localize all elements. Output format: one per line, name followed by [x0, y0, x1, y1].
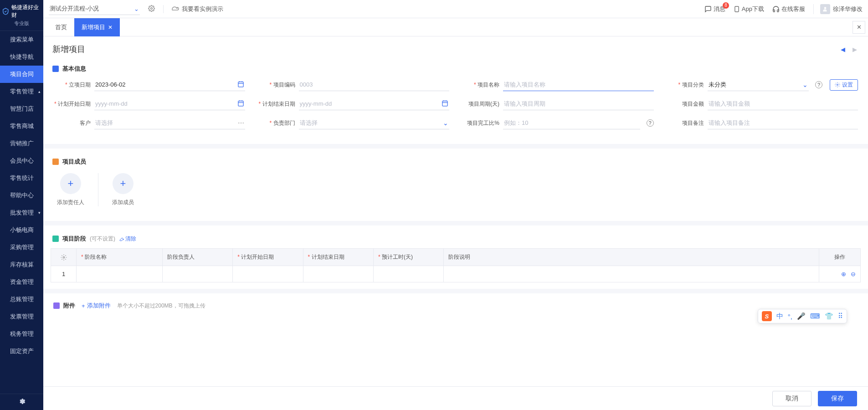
sidebar-item[interactable]: 零售统计 [0, 169, 43, 187]
field-input[interactable] [299, 97, 450, 110]
page-footer: 取消 保存 [43, 386, 868, 410]
demo-link[interactable]: 我要看实例演示 [172, 5, 223, 13]
field-input[interactable] [299, 117, 450, 129]
sidebar-item[interactable]: 发票管理 [0, 308, 43, 325]
expand-arrow-icon: ▾ [38, 210, 41, 215]
form-field: 计划开始日期 [53, 97, 245, 110]
form-field: 项目周期(天) [462, 97, 654, 110]
page-body: 新增项目 ◀ ▶ 基本信息 立项日期项目编码项目名称项目分类⌄?设置计划开始日期… [43, 36, 868, 410]
sogou-logo-icon: S [762, 311, 772, 321]
svg-point-8 [837, 84, 838, 86]
messages-badge: 8 [723, 2, 729, 9]
svg-point-17 [63, 256, 65, 258]
add-owner-label: 添加责任人 [57, 199, 84, 206]
field-input[interactable] [708, 97, 858, 110]
brand-logo: 畅捷通好业财 [0, 0, 43, 20]
app-download-button[interactable]: App下载 [734, 5, 764, 13]
table-settings-icon[interactable] [51, 249, 77, 266]
help-icon[interactable]: ? [815, 81, 822, 88]
prev-record[interactable]: ◀ [839, 45, 847, 53]
field-label: 项目周期(天) [462, 100, 499, 108]
ime-mic-icon[interactable]: 🎤 [797, 312, 806, 320]
close-all-tabs[interactable]: ✕ [853, 21, 865, 34]
sidebar-nav: 搜索菜单快捷导航项目合同零售管理▴智慧门店零售商城营销推广会员中心零售统计帮助中… [0, 31, 43, 394]
add-attachment-button[interactable]: + 添加附件 [82, 302, 111, 310]
ime-skin-icon[interactable]: 👕 [825, 312, 833, 320]
field-input[interactable] [94, 117, 245, 129]
save-button[interactable]: 保存 [818, 391, 857, 406]
sidebar-item[interactable]: 税务管理 [0, 325, 43, 343]
org-selector[interactable]: 测试分开流程-小况 ⌄ [49, 3, 140, 15]
sidebar-item[interactable]: 小畅电商 [0, 221, 43, 239]
sidebar-item[interactable]: 采购管理 [0, 239, 43, 256]
sidebar-item[interactable]: 资金管理 [0, 273, 43, 291]
form-field: 立项日期 [53, 78, 245, 91]
svg-rect-1 [735, 6, 739, 12]
help-icon[interactable]: ? [647, 119, 654, 127]
tab[interactable]: 新增项目✕ [74, 18, 120, 36]
field-input[interactable] [94, 78, 245, 91]
sidebar-item[interactable]: 总账管理 [0, 291, 43, 308]
tab[interactable]: 首页 [48, 18, 74, 36]
customer-service-button[interactable]: 在线客服 [772, 5, 805, 13]
row-delete-icon[interactable]: ⊖ [851, 271, 856, 277]
field-label: 项目名称 [462, 81, 499, 89]
sidebar-settings[interactable] [0, 394, 43, 410]
tab-bar: 首页新增项目✕✕ [43, 18, 868, 36]
form-field: 项目分类⌄?设置 [667, 78, 858, 91]
sidebar-item[interactable]: 零售商城 [0, 118, 43, 135]
messages-button[interactable]: 消息 8 [704, 5, 725, 13]
table-cell[interactable] [77, 266, 163, 282]
clear-stages-button[interactable]: 清除 [119, 235, 136, 243]
section-icon [52, 66, 59, 72]
topbar: 测试分开流程-小况 ⌄ 我要看实例演示 消息 8 App下载 [43, 0, 868, 18]
sidebar-item[interactable]: 库存核算 [0, 256, 43, 273]
field-input[interactable] [708, 117, 858, 129]
form-field: 负责部门⌄ [258, 117, 450, 129]
add-owner-button[interactable]: + [60, 173, 81, 194]
sidebar-item[interactable]: 营销推广 [0, 135, 43, 152]
row-add-icon[interactable]: ⊕ [841, 271, 846, 277]
row-index: 1 [51, 266, 77, 282]
sidebar-item[interactable]: 智慧门店 [0, 100, 43, 118]
sidebar-item[interactable]: 零售管理▴ [0, 83, 43, 100]
table-cell[interactable] [303, 266, 374, 282]
sidebar-item[interactable]: 搜索菜单 [0, 31, 43, 48]
ime-toolbar[interactable]: S 中 °, 🎤 ⌨ 👕 ⠿ [758, 309, 847, 323]
table-cell[interactable] [233, 266, 303, 282]
sidebar-item[interactable]: 快捷导航 [0, 48, 43, 66]
section-icon [52, 159, 59, 165]
close-tab-icon[interactable]: ✕ [108, 24, 113, 31]
field-input[interactable] [708, 78, 809, 91]
svg-point-3 [824, 7, 827, 9]
field-input[interactable] [299, 78, 450, 91]
add-member-button[interactable]: + [113, 173, 134, 194]
field-label: 计划结束日期 [258, 100, 295, 108]
field-input[interactable] [94, 97, 245, 110]
table-cell[interactable] [374, 266, 444, 282]
ime-menu-icon[interactable]: ⠿ [838, 312, 843, 320]
brand-edition: 专业版 [0, 20, 43, 31]
sidebar-item[interactable]: 批发管理▾ [0, 204, 43, 221]
ime-keyboard-icon[interactable]: ⌨ [810, 312, 820, 320]
sidebar-item[interactable]: 会员中心 [0, 152, 43, 169]
next-record[interactable]: ▶ [851, 45, 859, 53]
user-menu[interactable]: 徐泽华修改 [813, 4, 863, 14]
field-input[interactable] [503, 97, 654, 110]
sidebar-item[interactable]: 帮助中心 [0, 187, 43, 204]
ime-punct-icon[interactable]: °, [788, 313, 792, 320]
chevron-down-icon: ⌄ [134, 5, 139, 12]
sidebar: 畅捷通好业财 专业版 搜索菜单快捷导航项目合同零售管理▴智慧门店零售商城营销推广… [0, 0, 43, 410]
org-settings-icon[interactable] [148, 5, 155, 13]
cancel-button[interactable]: 取消 [772, 391, 812, 406]
table-cell[interactable] [163, 266, 233, 282]
ime-lang[interactable]: 中 [776, 312, 783, 321]
field-input[interactable] [503, 78, 654, 91]
form-field: 计划结束日期 [258, 97, 450, 110]
field-input[interactable] [503, 117, 640, 129]
category-settings-button[interactable]: 设置 [830, 79, 858, 91]
sidebar-item[interactable]: 项目合同 [0, 66, 43, 83]
table-cell[interactable] [444, 266, 819, 282]
sidebar-item[interactable]: 固定资产 [0, 343, 43, 360]
form-field: 项目备注 [667, 117, 858, 129]
